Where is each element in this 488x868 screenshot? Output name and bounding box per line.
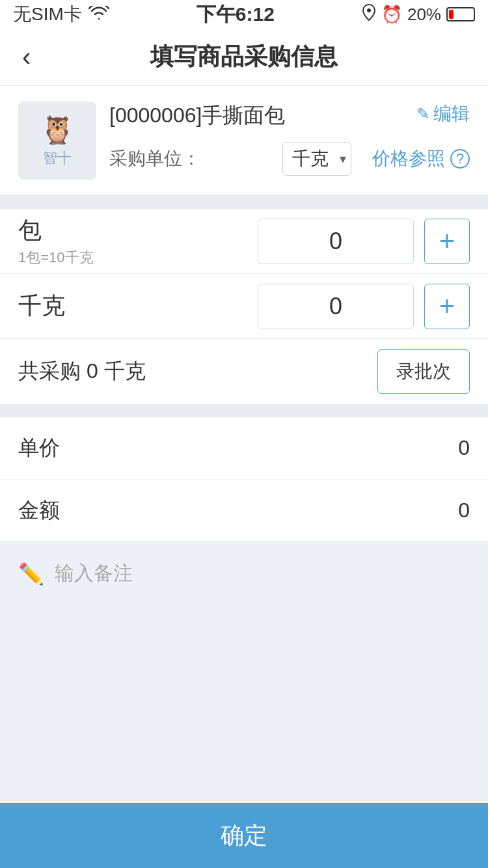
edit-link[interactable]: ✎ 编辑 xyxy=(416,102,470,126)
kg-label: 千克 xyxy=(18,290,96,322)
unit-select-wrapper[interactable]: 千克 xyxy=(282,142,351,176)
unit-price-row: 单价 0 xyxy=(0,417,488,480)
status-bar: 无SIM卡 下午6:12 ⏰ 20% xyxy=(0,0,488,29)
input-section: 包 1包=10千克 + 千克 + 共采购 0 千克 录批次 xyxy=(0,209,488,404)
unit-price-value: 0 xyxy=(458,436,470,460)
battery-icon xyxy=(446,7,475,21)
confirm-button[interactable]: 确定 xyxy=(0,803,488,868)
total-label: 共采购 0 千克 xyxy=(18,357,146,386)
total-row: 共采购 0 千克 录批次 xyxy=(0,339,488,404)
unit-label: 采购单位： xyxy=(109,146,200,171)
edit-icon: ✎ xyxy=(416,105,429,123)
svg-point-0 xyxy=(367,8,371,12)
battery-percent: 20% xyxy=(407,5,441,25)
page-title: 填写商品采购信息 xyxy=(150,41,338,73)
logo-text: 智十 xyxy=(43,148,72,168)
batch-button[interactable]: 录批次 xyxy=(377,349,470,394)
bao-sub: 1包=10千克 xyxy=(18,248,96,267)
pencil-icon: ✏️ xyxy=(18,562,44,586)
amount-row: 金额 0 xyxy=(0,480,488,542)
amount-value: 0 xyxy=(458,498,470,522)
product-info: [0000006]手撕面包 ✎ 编辑 采购单位： 千克 价格参照 ? xyxy=(109,102,470,176)
help-icon[interactable]: ? xyxy=(450,149,470,169)
section-divider-1 xyxy=(0,196,488,209)
kg-input[interactable] xyxy=(258,284,414,329)
time-display: 下午6:12 xyxy=(197,1,275,28)
price-ref-link[interactable]: 价格参照 ? xyxy=(372,146,470,171)
owl-icon: 🦉 xyxy=(40,114,74,146)
wifi-icon xyxy=(88,4,109,25)
price-ref-label: 价格参照 xyxy=(372,146,445,171)
product-image: 🦉 智十 xyxy=(18,102,96,180)
kg-row: 千克 + xyxy=(0,274,488,339)
nav-bar: ‹ 填写商品采购信息 xyxy=(0,29,488,86)
product-card: 🦉 智十 [0000006]手撕面包 ✎ 编辑 采购单位： 千克 价格参照 xyxy=(0,86,488,196)
location-icon xyxy=(362,4,376,25)
bao-input[interactable] xyxy=(258,219,414,264)
section-divider-2 xyxy=(0,404,488,417)
unit-select[interactable]: 千克 xyxy=(282,142,351,176)
notes-section[interactable]: ✏️ 输入备注 xyxy=(0,542,488,620)
kg-plus-button[interactable]: + xyxy=(424,284,470,329)
main-content: 🦉 智十 [0000006]手撕面包 ✎ 编辑 采购单位： 千克 价格参照 xyxy=(0,86,488,868)
amount-label: 金额 xyxy=(18,496,60,525)
unit-price-label: 单价 xyxy=(18,434,60,463)
carrier-text: 无SIM卡 xyxy=(13,2,82,27)
alarm-icon: ⏰ xyxy=(381,5,402,25)
back-button[interactable]: ‹ xyxy=(16,36,37,78)
status-right: ⏰ 20% xyxy=(362,4,475,25)
product-name: [0000006]手撕面包 xyxy=(109,102,416,130)
edit-label: 编辑 xyxy=(433,102,470,126)
bao-plus-button[interactable]: + xyxy=(424,219,470,264)
bao-row: 包 1包=10千克 + xyxy=(0,209,488,274)
status-left: 无SIM卡 xyxy=(13,2,109,27)
notes-placeholder: 输入备注 xyxy=(55,560,133,587)
price-section: 单价 0 金额 0 xyxy=(0,417,488,542)
bao-label: 包 xyxy=(18,215,96,247)
